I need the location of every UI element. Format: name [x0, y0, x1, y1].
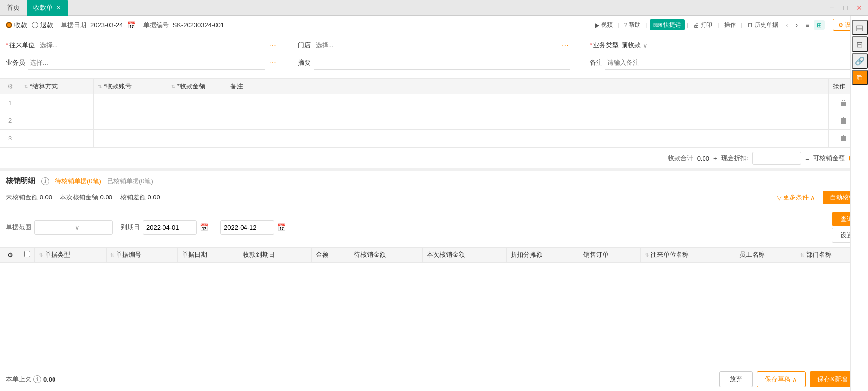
video-btn[interactable]: ▶ 视频: [592, 20, 616, 30]
date-to-input[interactable]: [220, 220, 274, 235]
range-select[interactable]: ∨: [34, 220, 113, 235]
select-all-checkbox[interactable]: [24, 251, 30, 257]
table-header: ⚙ ⇅ *结算方式 ⇅ *收款账号 ⇅ *收款金额 备注 操作: [0, 79, 868, 94]
tab-bar: 首页 收款单 ✕ − □ ✕: [0, 0, 868, 16]
reconciliation-header: 核销明细 ℹ 待核销单据(0笔) 已核销单据(0笔): [0, 168, 868, 189]
more-conditions-btn[interactable]: ▽ 更多条件 ∧: [777, 193, 815, 202]
list-view-btn[interactable]: ≡: [803, 21, 812, 29]
settlement-cell-2[interactable]: [20, 112, 94, 130]
store-input[interactable]: [314, 38, 557, 52]
history-btn[interactable]: 🗒 历史单据: [744, 20, 781, 30]
dropdown-arrow-icon: ∨: [643, 42, 648, 49]
delete-row-3-btn[interactable]: 🗑: [840, 134, 848, 143]
nav-prev-btn[interactable]: ‹: [783, 21, 791, 29]
doc-type-radio: 收款 退款: [6, 21, 53, 29]
bth-checkbox: [20, 248, 35, 263]
help-icon: ?: [624, 22, 628, 28]
date-from-input[interactable]: [143, 220, 197, 235]
filter-icon: ▽: [777, 194, 782, 201]
close-btn[interactable]: ✕: [854, 3, 864, 13]
counterparty-field: *往来单位 ···: [6, 38, 278, 52]
biz-type-field: *业务类型 预收款 ∨: [590, 41, 862, 50]
biz-type-select[interactable]: 预收款 ∨: [622, 41, 862, 50]
print-btn[interactable]: 🖨 打印: [690, 20, 715, 30]
data-table-wrap: ⚙ ⇅ *结算方式 ⇅ *收款账号 ⇅ *收款金额 备注 操作: [0, 78, 868, 147]
counterparty-input[interactable]: [38, 38, 265, 52]
help-btn[interactable]: ? 帮助: [622, 20, 644, 30]
summary-input[interactable]: [314, 56, 570, 70]
bottom-info-icon[interactable]: ℹ: [33, 375, 41, 383]
table-row: 1 🗑 ⊕: [0, 94, 868, 112]
range-dropdown-icon: ∨: [75, 224, 109, 231]
maximize-btn[interactable]: □: [841, 3, 850, 13]
remark-cell-2[interactable]: [226, 112, 829, 130]
amount-cell-2[interactable]: [167, 112, 226, 130]
save-draft-dropdown-icon[interactable]: ∧: [792, 376, 797, 383]
reconciliation-table: ⚙ ⇅ 单据类型 ⇅ 单据编号 单据日期 收款到期日 金额: [0, 247, 868, 263]
rp-list-btn[interactable]: ⊟: [852, 36, 868, 52]
account-cell-1[interactable]: [94, 94, 167, 112]
nav-next-btn[interactable]: ›: [793, 21, 801, 29]
top-toolbar: 收款 退款 单据日期 2023-03-24 📅 单据编号 SK-20230324…: [0, 16, 868, 34]
bth-doc-date: 单据日期: [178, 248, 239, 263]
th-settlement: ⇅ *结算方式: [20, 79, 94, 94]
rp-link-btn[interactable]: 🔗: [852, 53, 868, 69]
tab-receipt[interactable]: 收款单 ✕: [27, 0, 68, 16]
th-settings: ⚙: [0, 79, 20, 94]
rp-expand-btn[interactable]: ⧉: [852, 70, 868, 85]
receipt-radio[interactable]: 收款: [6, 21, 27, 29]
memo-input[interactable]: [605, 56, 862, 70]
bottom-table-settings-icon[interactable]: ⚙: [7, 251, 13, 259]
row-num-2: 2: [0, 112, 20, 130]
account-cell-3[interactable]: [94, 130, 167, 147]
date-from-calendar-icon[interactable]: 📅: [200, 223, 208, 231]
bth-doc-type: ⇅ 单据类型: [35, 248, 107, 263]
form-row-2: 业务员 ··· 摘要 备注: [6, 56, 862, 70]
date-to-calendar-icon[interactable]: 📅: [277, 223, 286, 231]
info-icon[interactable]: ℹ: [41, 177, 49, 185]
account-cell-2[interactable]: [94, 112, 167, 130]
abandon-btn[interactable]: 放弃: [719, 371, 753, 387]
save-draft-btn[interactable]: 保存草稿 ∧: [757, 371, 806, 387]
store-more-btn[interactable]: ···: [560, 41, 570, 50]
staff-more-btn[interactable]: ···: [268, 58, 278, 67]
right-panel: ▤ ⊟ 🔗 ⧉: [850, 16, 868, 391]
pending-link[interactable]: 待核销单据(0笔): [55, 177, 101, 186]
delete-row-2-btn[interactable]: 🗑: [840, 116, 848, 125]
amount-cell-1[interactable]: [167, 94, 226, 112]
settlement-cell-1[interactable]: [20, 94, 94, 112]
remark-cell-3[interactable]: [226, 130, 829, 147]
range-filter: 单据范围 ∨: [6, 220, 113, 235]
counterparty-more-btn[interactable]: ···: [268, 41, 278, 50]
tab-home[interactable]: 首页: [0, 0, 27, 16]
amount-cell-3[interactable]: [167, 130, 226, 147]
calendar-icon[interactable]: 📅: [127, 21, 136, 29]
remark-cell-1[interactable]: [226, 94, 829, 112]
tab-close-icon[interactable]: ✕: [56, 5, 61, 11]
bth-pending: 待核销金额: [350, 248, 422, 263]
toolbar-actions: ▶ 视频 | ? 帮助 | ⌨ 快捷键 | 🖨 打印 | 操作 |: [592, 19, 825, 30]
gear-icon: ⚙: [838, 22, 843, 28]
grid-view-btn[interactable]: ⊞: [814, 20, 825, 30]
table-row: 2 🗑 ⊕: [0, 112, 868, 130]
minimize-btn[interactable]: −: [827, 3, 837, 13]
delete-row-1-btn[interactable]: 🗑: [840, 99, 848, 108]
bth-counterparty: ⇅ 往来单位名称: [641, 248, 735, 263]
shortcut-btn[interactable]: ⌨ 快捷键: [650, 19, 685, 30]
discount-input[interactable]: [752, 152, 801, 165]
print-icon: 🖨: [693, 22, 699, 28]
operation-btn[interactable]: 操作: [721, 20, 739, 30]
staff-input[interactable]: [28, 56, 265, 70]
bth-doc-num: ⇅ 单据编号: [106, 248, 178, 263]
done-link[interactable]: 已核销单据(0笔): [107, 177, 153, 186]
bth-amount: 金额: [311, 248, 350, 263]
bth-staff: 员工名称: [735, 248, 796, 263]
receipt-table: ⚙ ⇅ *结算方式 ⇅ *收款账号 ⇅ *收款金额 备注 操作: [0, 79, 868, 147]
refund-radio[interactable]: 退款: [32, 21, 53, 29]
th-amount: ⇅ *收款金额: [167, 79, 226, 94]
table-settings-icon[interactable]: ⚙: [7, 83, 13, 90]
doc-date-field: 单据日期 2023-03-24 📅: [61, 21, 136, 29]
settlement-cell-3[interactable]: [20, 130, 94, 147]
filter-row: 单据范围 ∨ 到期日 📅 — 📅 查询 设置: [0, 208, 868, 247]
rp-table-btn[interactable]: ▤: [852, 20, 868, 35]
